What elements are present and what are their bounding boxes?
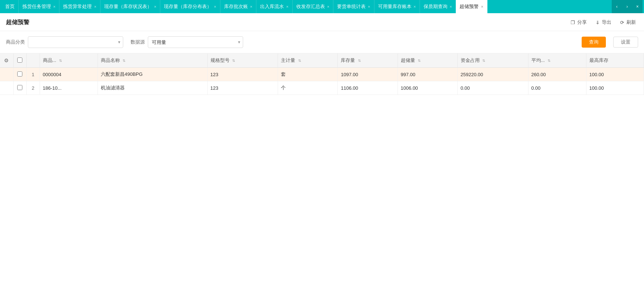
nav-tab-order-stat[interactable]: 要货单统计表 × <box>333 0 374 13</box>
close-icon[interactable]: × <box>53 4 55 9</box>
table-header-row: ⚙ 商品... ⇅ 商品名称 ⇅ 规格型号 <box>0 53 644 68</box>
sort-icon: ⇅ <box>358 59 361 63</box>
th-rownum <box>26 53 40 68</box>
unit-cell: 个 <box>278 81 338 95</box>
sort-icon: ⇅ <box>59 59 62 63</box>
th-unit[interactable]: 主计量 ⇅ <box>278 53 338 68</box>
unit-cell: 套 <box>278 68 338 81</box>
row-checkbox-cell <box>13 81 26 95</box>
sort-icon: ⇅ <box>482 59 485 63</box>
th-checkbox <box>13 53 26 68</box>
close-icon[interactable]: × <box>368 4 370 9</box>
nav-tab-stock-status[interactable]: 现存量（库存状况表） × <box>100 0 160 13</box>
nav-tab-inout[interactable]: 出入库流水 × <box>256 0 292 13</box>
close-icon[interactable]: × <box>327 4 329 9</box>
share-button[interactable]: ❐ 分享 <box>568 18 589 27</box>
refresh-icon: ⟳ <box>620 20 624 25</box>
table-row: 2 186-10... 机油滤清器 123 个 1106.00 1006.00 … <box>0 81 644 95</box>
sort-icon: ⇅ <box>418 59 421 63</box>
close-icon[interactable]: × <box>286 4 288 9</box>
close-icon[interactable]: × <box>414 4 416 9</box>
stock-cell: 1106.00 <box>338 81 398 95</box>
data-table: ⚙ 商品... ⇅ 商品名称 ⇅ 规格型号 <box>0 53 644 95</box>
nav-tab-overstock[interactable]: 超储预警 × <box>456 0 487 13</box>
close-icon[interactable]: × <box>250 4 252 9</box>
nav-tab-home[interactable]: 首页 <box>1 0 19 13</box>
product-name-cell: 六配套新昌490BPG <box>98 68 207 81</box>
th-settings: ⚙ <box>0 53 13 68</box>
row-settings-cell <box>0 81 13 95</box>
nav-tab-available[interactable]: 可用量库存账本 × <box>374 0 420 13</box>
query-button[interactable]: 查询 <box>582 37 606 48</box>
spec-cell: 123 <box>207 68 278 81</box>
capital-cell: 259220.00 <box>457 68 528 81</box>
sort-icon: ⇅ <box>548 59 550 63</box>
nav-prev-button[interactable]: ‹ <box>612 0 622 13</box>
share-icon: ❐ <box>571 20 575 25</box>
overstock-cell: 1006.00 <box>398 81 457 95</box>
sort-icon: ⇅ <box>122 59 125 63</box>
nav-tab-stock-dist[interactable]: 现存量（库存分布表） × <box>160 0 220 13</box>
table-row: 1 0000004 六配套新昌490BPG 123 套 1097.00 997.… <box>0 68 644 81</box>
sort-icon: ⇅ <box>298 59 301 63</box>
th-product-name[interactable]: 商品名称 ⇅ <box>98 53 207 68</box>
top-nav: 首页 拣货任务管理 × 拣货异常处理 × 现存量（库存状况表） × 现存量（库存… <box>0 0 644 13</box>
category-select[interactable] <box>28 36 123 48</box>
row-checkbox-cell <box>13 68 26 81</box>
row-checkbox[interactable] <box>17 71 22 77</box>
refresh-button[interactable]: ⟳ 刷新 <box>618 18 638 27</box>
category-filter-group: 商品分类 ▾ <box>6 36 123 48</box>
category-select-wrapper: ▾ <box>28 36 123 48</box>
th-overstock[interactable]: 超储量 ⇅ <box>398 53 457 68</box>
row-num-cell: 1 <box>26 68 40 81</box>
select-all-checkbox[interactable] <box>17 58 22 63</box>
nav-close-button[interactable]: × <box>632 0 643 13</box>
th-stock[interactable]: 库存量 ⇅ <box>338 53 398 68</box>
category-label: 商品分类 <box>6 39 25 45</box>
row-settings-cell <box>0 68 13 81</box>
th-max-stock[interactable]: 最高库存 <box>586 53 644 68</box>
avg-cell: 260.00 <box>528 68 586 81</box>
settings-button[interactable]: 设置 <box>613 37 638 48</box>
filter-bar: 商品分类 ▾ 数据源 可用量 库存量 ▾ 查询 设置 <box>0 31 644 53</box>
close-icon[interactable]: × <box>450 4 452 9</box>
page-title: 超储预警 <box>6 19 29 26</box>
nav-tab-task-mgmt[interactable]: 拣货任务管理 × <box>19 0 59 13</box>
max-stock-cell: 100.00 <box>586 81 644 95</box>
row-checkbox[interactable] <box>17 85 22 90</box>
th-spec[interactable]: 规格型号 ⇅ <box>207 53 278 68</box>
nav-tab-quality[interactable]: 保质期查询 × <box>420 0 456 13</box>
datasource-filter-group: 数据源 可用量 库存量 ▾ <box>131 36 243 48</box>
close-icon[interactable]: × <box>481 4 483 9</box>
th-product-code[interactable]: 商品... ⇅ <box>40 53 98 68</box>
close-icon[interactable]: × <box>94 4 96 9</box>
gear-icon[interactable]: ⚙ <box>4 58 9 63</box>
product-code-cell: 186-10... <box>40 81 98 95</box>
nav-arrows: ‹ › × <box>612 0 643 13</box>
datasource-select[interactable]: 可用量 库存量 <box>148 36 243 48</box>
capital-cell: 0.00 <box>457 81 528 95</box>
table-body: 1 0000004 六配套新昌490BPG 123 套 1097.00 997.… <box>0 68 644 95</box>
th-capital[interactable]: 资金占用 ⇅ <box>457 53 528 68</box>
page-container: 超储预警 ❐ 分享 ⇓ 导出 ⟳ 刷新 商品分类 ▾ <box>0 13 644 293</box>
row-num-cell: 2 <box>26 81 40 95</box>
header-actions: ❐ 分享 ⇓ 导出 ⟳ 刷新 <box>568 18 638 27</box>
stock-cell: 1097.00 <box>338 68 398 81</box>
datasource-label: 数据源 <box>131 39 145 45</box>
spec-cell: 123 <box>207 81 278 95</box>
product-name-cell: 机油滤清器 <box>98 81 207 95</box>
nav-next-button[interactable]: › <box>622 0 632 13</box>
close-icon[interactable]: × <box>214 4 216 9</box>
th-avg[interactable]: 平均... ⇅ <box>528 53 586 68</box>
nav-tab-batch[interactable]: 库存批次账 × <box>220 0 256 13</box>
nav-tab-abnormal[interactable]: 拣货异常处理 × <box>59 0 100 13</box>
overstock-cell: 997.00 <box>398 68 457 81</box>
export-button[interactable]: ⇓ 导出 <box>593 18 614 27</box>
nav-tab-collect[interactable]: 收发存汇总表 × <box>293 0 333 13</box>
avg-cell: 0.00 <box>528 81 586 95</box>
table-container: ⚙ 商品... ⇅ 商品名称 ⇅ 规格型号 <box>0 53 644 95</box>
export-icon: ⇓ <box>596 20 600 25</box>
datasource-select-wrapper: 可用量 库存量 ▾ <box>148 36 243 48</box>
page-header: 超储预警 ❐ 分享 ⇓ 导出 ⟳ 刷新 <box>0 13 644 31</box>
close-icon[interactable]: × <box>154 4 156 9</box>
